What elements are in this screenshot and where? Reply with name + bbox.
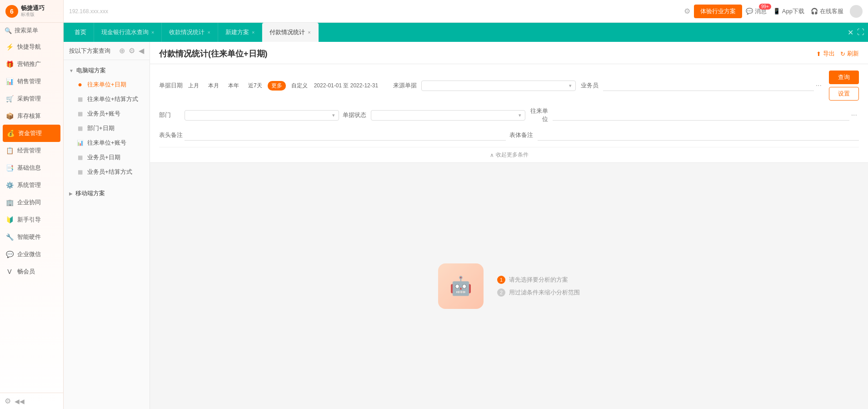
scheme-desktop-header[interactable]: ▼ 电脑端方案 xyxy=(64,64,150,77)
header-note-label: 表头备注 xyxy=(159,131,185,139)
partner-input[interactable] xyxy=(553,110,849,121)
scheme-item-partner-settlement[interactable]: ▦ 往来单位+结算方式 xyxy=(64,92,150,106)
sidebar-item-hardware[interactable]: 🔧 智能硬件 xyxy=(0,228,63,246)
salesman-ellipsis-icon[interactable]: ··· xyxy=(814,81,823,90)
scheme-header-actions: ⊕ ⚙ ◀ xyxy=(119,46,144,55)
sidebar-settings-icon[interactable]: ⚙ xyxy=(5,397,11,405)
body-note-input[interactable] xyxy=(538,130,859,141)
scheme-item-salesman-date[interactable]: ▦ 业务员+日期 xyxy=(64,150,150,165)
topbar: 192.168.xxx.xxx ⚙ 体验行业方案 💬 消息 99+ 📱 App下… xyxy=(64,0,868,23)
filter-row-2: 部门 ▾ 单据状态 ▾ 往来单位 ··· xyxy=(159,107,859,123)
sidebar-collapse-icon[interactable]: ◀◀ xyxy=(15,398,25,405)
scheme-add-icon[interactable]: ⊕ xyxy=(119,46,125,55)
filter-panel: 付款情况统计(往来单位+日期) ⬆ 导出 ↻ 刷新 单据日期 xyxy=(150,42,868,409)
sidebar-item-sales[interactable]: 📊 销售管理 xyxy=(0,73,63,90)
tab-receipts[interactable]: 收款情况统计 × xyxy=(162,23,218,42)
query-button[interactable]: 查询 xyxy=(829,71,859,84)
scheme-panel: 按以下方案查询 ⊕ ⚙ ◀ ▼ 电脑端方案 ● 往来单位+日期 ▦ xyxy=(64,42,150,409)
collapse-bar[interactable]: ∧ 收起更多条件 xyxy=(159,147,859,162)
scheme-mobile-section: ▶ 移动端方案 xyxy=(64,183,150,204)
scheme-item-partner-date[interactable]: ● 往来单位+日期 xyxy=(64,77,150,92)
sidebar-logo: 6 畅捷通巧 标准版 xyxy=(0,0,63,23)
scheme-mobile-header[interactable]: ▶ 移动端方案 xyxy=(64,187,150,200)
tab-home-label: 首页 xyxy=(75,28,86,36)
export-action[interactable]: ⬆ 导出 xyxy=(816,50,835,58)
sidebar-item-shortcuts[interactable]: ⚡ 快捷导航 xyxy=(0,38,63,56)
inventory-icon: 📦 xyxy=(5,112,14,120)
message-icon: 💬 xyxy=(746,8,753,15)
settings-button[interactable]: 设置 xyxy=(829,87,859,101)
refresh-action[interactable]: ↻ 刷新 xyxy=(840,50,859,58)
tab-new-scheme-close[interactable]: × xyxy=(252,30,254,35)
user-avatar[interactable] xyxy=(850,5,863,18)
search-label: 搜索菜单 xyxy=(15,26,38,35)
sidebar-item-label: 企业微信 xyxy=(17,250,41,258)
sidebar-item-basic[interactable]: 📑 基础信息 xyxy=(0,159,63,177)
tab-cashflow-close[interactable]: × xyxy=(151,30,154,35)
topbar-address: 192.168.xxx.xxx xyxy=(69,8,680,15)
header-note-input[interactable] xyxy=(185,130,506,141)
tab-home[interactable]: 首页 xyxy=(67,23,94,42)
tab-payments[interactable]: 付款情况统计 × xyxy=(262,23,318,42)
messages-icon-item[interactable]: 💬 消息 99+ xyxy=(746,7,767,15)
basic-icon: 📑 xyxy=(5,164,14,172)
tab-payments-close[interactable]: × xyxy=(308,30,310,35)
app-download-item[interactable]: 📱 App下载 xyxy=(773,7,804,15)
exp-scheme-button[interactable]: 体验行业方案 xyxy=(694,5,742,18)
tab-cashflow[interactable]: 现金银行流水查询 × xyxy=(94,23,162,42)
source-select-arrow-icon: ▾ xyxy=(569,83,572,89)
sidebar-item-label: 智能硬件 xyxy=(17,233,41,241)
sidebar-item-label: 基础信息 xyxy=(17,164,41,172)
sidebar-item-label: 库存核算 xyxy=(17,112,41,120)
search-icon: 🔍 xyxy=(5,27,12,34)
collapse-label: 收起更多条件 xyxy=(496,151,529,159)
sidebar-item-operation[interactable]: 📋 经营管理 xyxy=(0,142,63,159)
topbar-settings-icon[interactable]: ⚙ xyxy=(684,7,690,15)
online-service-item[interactable]: 🎧 在线客服 xyxy=(811,7,843,15)
mobile-arrow-icon: ▶ xyxy=(69,191,73,196)
date-opt-this-year[interactable]: 本年 xyxy=(224,81,243,91)
scheme-item-icon-6: ▦ xyxy=(76,168,84,176)
date-opt-custom[interactable]: 自定义 xyxy=(288,81,311,91)
partner-ellipsis-icon[interactable]: ··· xyxy=(849,111,859,119)
doc-status-select[interactable]: ▾ xyxy=(371,110,525,121)
sidebar-item-finance[interactable]: 💰 资金管理 xyxy=(3,125,60,142)
scheme-item-label: 业务员+日期 xyxy=(87,153,120,162)
sidebar-item-wechat[interactable]: 💬 企业微信 xyxy=(0,246,63,263)
sidebar-item-member[interactable]: V 畅会员 xyxy=(0,263,63,280)
date-opt-last-month[interactable]: 上月 xyxy=(185,81,203,91)
date-opt-this-month[interactable]: 本月 xyxy=(205,81,223,91)
sidebar-item-purchase[interactable]: 🛒 采购管理 xyxy=(0,90,63,107)
tab-expand-icon[interactable]: ⛶ xyxy=(857,28,864,37)
main-area: 192.168.xxx.xxx ⚙ 体验行业方案 💬 消息 99+ 📱 App下… xyxy=(64,0,868,409)
messages-badge: 99+ xyxy=(759,4,771,10)
salesman-input[interactable] xyxy=(603,80,813,91)
sidebar-item-inventory[interactable]: 📦 库存核算 xyxy=(0,107,63,125)
operation-icon: 📋 xyxy=(5,146,14,155)
scheme-item-partner-account[interactable]: 📊 往来单位+账号 xyxy=(64,136,150,150)
tab-close-all-icon[interactable]: ✕ xyxy=(848,28,853,37)
date-options: 上月 本月 本年 近7天 更多 自定义 xyxy=(185,81,311,91)
scheme-collapse-icon[interactable]: ◀ xyxy=(139,46,144,55)
scheme-item-salesman-account[interactable]: ▦ 业务员+账号 xyxy=(64,106,150,121)
scheme-item-icon-4: 📊 xyxy=(76,139,84,146)
finance-icon: 💰 xyxy=(6,129,15,137)
scheme-item-label: 业务员+结算方式 xyxy=(87,168,132,176)
sidebar-item-enterprise[interactable]: 🏢 企业协同 xyxy=(0,194,63,211)
date-opt-more[interactable]: 更多 xyxy=(268,81,286,91)
scheme-item-dept-date[interactable]: ▦ 部门+日期 xyxy=(64,121,150,136)
tab-new-scheme[interactable]: 新建方案 × xyxy=(218,23,262,42)
date-opt-7days[interactable]: 近7天 xyxy=(244,81,266,91)
scheme-settings-icon[interactable]: ⚙ xyxy=(129,46,135,55)
tab-new-scheme-label: 新建方案 xyxy=(225,28,249,36)
scheme-item-salesman-settlement[interactable]: ▦ 业务员+结算方式 xyxy=(64,165,150,179)
tab-receipts-close[interactable]: × xyxy=(207,30,210,35)
sidebar-item-guide[interactable]: 🔰 新手引导 xyxy=(0,211,63,228)
sidebar-item-system[interactable]: ⚙️ 系统管理 xyxy=(0,177,63,194)
source-select[interactable]: ▾ xyxy=(421,81,576,91)
sidebar-item-marketing[interactable]: 🎁 营销推广 xyxy=(0,56,63,73)
dept-select[interactable]: ▾ xyxy=(185,110,339,121)
sidebar-search[interactable]: 🔍 搜索菜单 xyxy=(0,23,63,38)
tab-payments-label: 付款情况统计 xyxy=(269,28,305,36)
marketing-icon: 🎁 xyxy=(5,60,14,68)
